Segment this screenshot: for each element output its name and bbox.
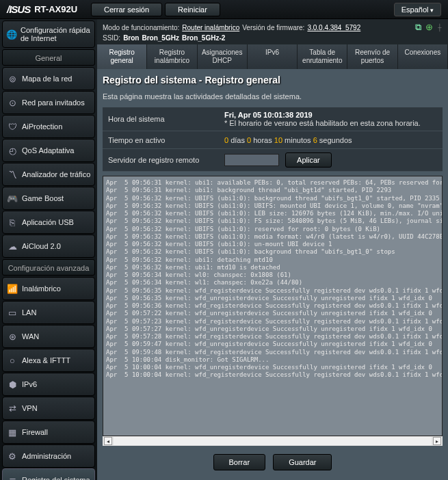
mode-label: Modo de funcionamiento: [103,24,179,31]
sidebar-firewall[interactable]: ▦Firewall [2,421,95,444]
sidebar-traffic-analyzer[interactable]: 〽Analizador de tráfico [2,163,95,186]
logout-button[interactable]: Cerrar sesión [91,3,162,16]
reboot-button[interactable]: Reiniciar [165,3,220,16]
sidebar-ipv6[interactable]: ⬢IPv6 [2,373,95,396]
row-remote-log: Servidor de registro remoto Aplicar [103,149,443,172]
sidebar-game-boost[interactable]: 🎮Game Boost [2,187,95,210]
row-systime: Hora del sistema Fri, Apr 05 10:01:38 20… [103,107,443,131]
remote-log-input[interactable] [224,154,279,166]
fw-value-link[interactable]: 3.0.0.4.384_5792 [307,24,360,31]
scroll-left-icon[interactable]: ◂ [104,437,112,445]
page-desc: Esta página muestra las actividades deta… [103,92,443,101]
log-textarea[interactable]: Apr 5 09:56:31 kernel: ubi1: available P… [103,176,443,436]
sidebar-heading-advanced: Configuración avanzada [2,259,95,276]
tab-general-log[interactable]: Registro general [97,44,147,69]
scroll-right-icon[interactable]: ▸ [433,437,441,445]
guest-icon: ⊙ [6,96,18,109]
tabs: Registro general Registro inalámbrico As… [97,44,448,69]
brand-logo: /ISUS [7,3,30,15]
usb-icon: ⎘ [6,216,18,228]
ssid-1: Bron [123,34,139,42]
content: Registro del sistema - Registro general … [97,69,448,480]
globe-icon: 🌐 [6,28,17,40]
sidebar-quick-setup[interactable]: 🌐Configuración rápida de Internet [2,21,95,48]
wifi-icon: 📶 [6,282,18,295]
uptime-label: Tiempo en activo [108,136,224,144]
shield-icon: 🛡 [6,120,18,133]
main-panel: Modo de funcionamiento: Router inalámbri… [97,19,448,480]
systime-value: Fri, Apr 05 10:01:38 2019 [224,111,313,119]
sidebar-usb-app[interactable]: ⎘Aplicación USB [2,211,95,234]
ssid-2: Bron_5GHz [142,34,179,42]
systime-note: * El horario de verano está habilitado e… [224,119,421,127]
gamepad-icon: 🎮 [6,192,18,204]
uptime-value: 0 días 0 horas 10 minutos 6 segundos [224,136,437,144]
tab-port-fwd[interactable]: Reenvío de puertos [347,44,397,69]
bottom-buttons: Borrar Guardar [103,446,443,475]
tab-wireless-log[interactable]: Registro inalámbrico [147,44,197,69]
row-uptime: Tiempo en activo 0 días 0 horas 10 minut… [103,131,443,149]
log-icon: ≣ [6,474,18,480]
chart-icon: 〽 [6,168,18,181]
language-select[interactable]: Español [394,3,441,16]
firewall-icon: ▦ [6,426,18,438]
model-name: RT-AX92U [34,4,77,14]
gauge-icon: ◴ [6,144,18,157]
lan-icon: ▭ [6,306,18,319]
sidebar-wireless[interactable]: 📶Inalámbrico [2,277,95,300]
status-icon[interactable]: ⊕ [425,22,433,33]
tab-connections[interactable]: Conexiones [398,44,448,69]
sidebar-aiprotection[interactable]: 🛡AiProtection [2,115,95,138]
usb-status-icon[interactable]: ⟊ [437,22,443,33]
devices-icon[interactable]: ⧉ [415,22,421,33]
sidebar-alexa[interactable]: ○Alexa & IFTTT [2,349,95,372]
sidebar-aicloud[interactable]: ☁AiCloud 2.0 [2,235,95,258]
ssid-label: SSID: [103,34,120,42]
gear-icon: ⚙ [6,450,18,462]
sidebar-system-log[interactable]: ≣Registro del sistema [2,468,95,480]
clear-button[interactable]: Borrar [213,454,266,470]
remote-log-label: Servidor de registro remoto [108,156,224,164]
map-icon: ⊚ [6,72,18,85]
wan-icon: ⊛ [6,330,18,343]
voice-icon: ○ [6,354,18,366]
ipv6-icon: ⬢ [6,378,18,390]
tab-routing[interactable]: Tabla de enrutamiento [298,44,347,69]
ssid-3: Bron_5GHz-2 [182,34,225,42]
apply-button[interactable]: Aplicar [285,152,332,168]
sidebar-qos[interactable]: ◴QoS Adaptativa [2,139,95,162]
sidebar-vpn[interactable]: ⇄VPN [2,397,95,420]
sidebar-heading-general: General [2,49,95,66]
sidebar: 🌐Configuración rápida de Internet Genera… [0,19,97,480]
h-scrollbar[interactable]: ◂ ▸ [103,436,443,446]
sidebar-guest-network[interactable]: ⊙Red para invitados [2,91,95,114]
vpn-icon: ⇄ [6,402,18,414]
systime-label: Hora del sistema [108,115,224,123]
cloud-icon: ☁ [6,240,18,252]
tab-dhcp[interactable]: Asignaciones DHCP [198,44,248,69]
sidebar-lan[interactable]: ▭LAN [2,301,95,324]
mode-value-link[interactable]: Router inalámbrico [182,24,239,31]
sidebar-admin[interactable]: ⚙Administración [2,444,95,468]
fw-label: Versión de firmware: [242,24,304,31]
topbar: /ISUS RT-AX92U Cerrar sesión Reiniciar E… [0,0,448,19]
save-button[interactable]: Guardar [273,454,332,470]
sidebar-network-map[interactable]: ⊚Mapa de la red [2,67,95,90]
meta-bar: Modo de funcionamiento: Router inalámbri… [97,19,448,44]
sidebar-wan[interactable]: ⊛WAN [2,325,95,348]
tab-ipv6[interactable]: IPv6 [248,44,298,69]
page-title: Registro del sistema - Registro general [103,75,443,85]
